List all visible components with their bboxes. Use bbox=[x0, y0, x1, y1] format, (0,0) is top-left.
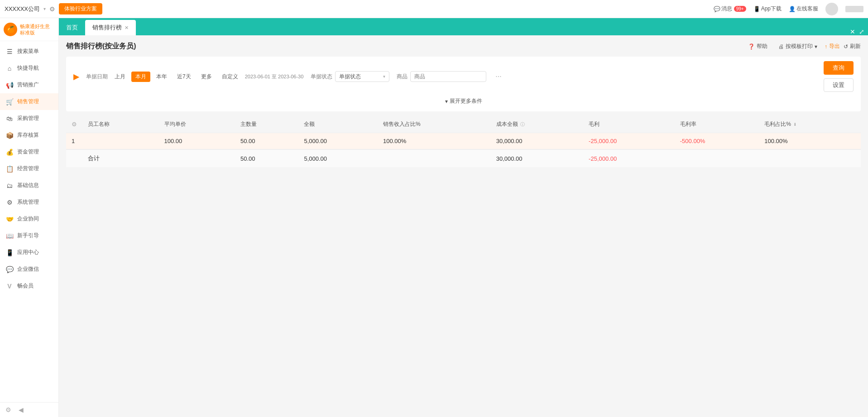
logo-text: 畅康通好生意 标准版 bbox=[20, 23, 50, 36]
footer-qty: 50.00 bbox=[235, 149, 298, 168]
content-area: 首页 销售排行榜 ✕ ✕ ⤢ 销售排行榜(按业务员) bbox=[59, 18, 868, 417]
th-profit-rate-label: 毛利率 bbox=[680, 121, 696, 127]
goods-input[interactable] bbox=[410, 71, 486, 82]
page-actions: ❓ 帮助 🖨 按模板打印 ▾ ↑ 导出 ↺ bbox=[744, 41, 861, 52]
expand-more-btn[interactable]: ▾ 展开更多条件 bbox=[440, 96, 488, 107]
sidebar-item-sales[interactable]: 🛒 销售管理 bbox=[0, 93, 58, 110]
date-btn-more[interactable]: 更多 bbox=[197, 72, 216, 82]
sidebar-item-wechat[interactable]: 💬 企业微信 bbox=[0, 261, 58, 278]
table-header-row: ⚙ 员工名称 平均单价 主数量 bbox=[66, 116, 861, 133]
sidebar-item-capital[interactable]: 💰 资金管理 bbox=[0, 144, 58, 160]
tab-expand-icon[interactable]: ⤢ bbox=[859, 28, 864, 35]
cell-profit-rate: -500.00% bbox=[675, 133, 759, 150]
cell-profit-pct: 100.00% bbox=[759, 133, 861, 150]
footer-profit: -25,000.00 bbox=[583, 149, 675, 168]
sidebar-collapse-icon[interactable]: ◀ bbox=[19, 406, 24, 413]
column-settings-icon[interactable]: ⚙ bbox=[72, 121, 77, 128]
tab-sales-rank[interactable]: 销售排行榜 ✕ bbox=[85, 20, 136, 35]
sidebar-label-system: 系统管理 bbox=[17, 198, 39, 206]
th-avg-price-label: 平均单价 bbox=[164, 121, 186, 127]
refresh-btn[interactable]: ↺ 刷新 bbox=[844, 43, 861, 50]
sidebar-item-app-center[interactable]: 📱 应用中心 bbox=[0, 244, 58, 261]
sidebar-item-operation[interactable]: 📋 经营管理 bbox=[0, 160, 58, 177]
footer-amount: 5,000.00 bbox=[298, 149, 378, 168]
page-header: 销售排行榜(按业务员) ❓ 帮助 🖨 按模板打印 ▾ ↑ bbox=[66, 41, 861, 52]
date-btn-this-year[interactable]: 本年 bbox=[152, 72, 171, 82]
print-btn[interactable]: 🖨 按模板打印 ▾ bbox=[775, 41, 821, 52]
footer-cost: 30,000.00 bbox=[491, 149, 583, 168]
tab-minimize-icon[interactable]: ✕ bbox=[850, 28, 855, 35]
more-filters-btn[interactable]: ··· bbox=[494, 72, 503, 81]
status-select[interactable]: 单据状态 bbox=[335, 71, 389, 82]
sidebar-settings-icon[interactable]: ⚙ bbox=[5, 406, 11, 413]
cell-amount: 5,000.00 bbox=[298, 133, 378, 150]
sidebar-label-capital: 资金管理 bbox=[17, 148, 39, 156]
member-icon: V bbox=[5, 283, 14, 290]
settings-btn[interactable]: 设置 bbox=[824, 78, 854, 92]
profit-pct-sort-icon[interactable]: ⬇ bbox=[793, 122, 797, 127]
top-bar-left: XXXXXX公司 ▾ ⚙ 体验行业方案 bbox=[5, 3, 102, 14]
query-btn[interactable]: 查询 bbox=[824, 61, 854, 75]
sidebar-item-member[interactable]: V 畅会员 bbox=[0, 278, 58, 294]
search-order-icon: ☰ bbox=[5, 48, 14, 55]
date-btn-last-month[interactable]: 上月 bbox=[110, 72, 129, 82]
export-label: 导出 bbox=[829, 43, 840, 50]
help-btn[interactable]: ❓ 帮助 bbox=[744, 41, 771, 52]
sidebar-label-marketing: 营销推广 bbox=[17, 81, 39, 89]
footer-label: 合计 bbox=[82, 149, 159, 168]
avatar bbox=[825, 3, 838, 15]
message-btn[interactable]: 💬 消息 99+ bbox=[714, 5, 746, 13]
message-icon: 💬 bbox=[714, 6, 720, 12]
sidebar-item-guide[interactable]: 📖 新手引导 bbox=[0, 227, 58, 244]
sidebar-item-search-order[interactable]: ☰ 搜索菜单 bbox=[0, 43, 58, 60]
th-cost-label: 成本全额 bbox=[496, 121, 518, 127]
online-service-btn[interactable]: 👤 在线客服 bbox=[789, 5, 818, 13]
help-label: 帮助 bbox=[757, 43, 767, 50]
message-label: 消息 bbox=[721, 5, 732, 13]
date-btn-7days[interactable]: 近7天 bbox=[173, 72, 195, 82]
sidebar-item-enterprise[interactable]: 🤝 企业协同 bbox=[0, 211, 58, 227]
tab-home[interactable]: 首页 bbox=[59, 20, 85, 35]
app-download-btn[interactable]: 📱 App下载 bbox=[753, 5, 782, 13]
sidebar-item-marketing[interactable]: 📢 营销推广 bbox=[0, 77, 58, 93]
date-btn-custom[interactable]: 自定义 bbox=[218, 72, 242, 82]
filter-collapse-icon[interactable]: ▶ bbox=[73, 72, 79, 81]
th-profit: 毛利 bbox=[583, 116, 675, 133]
top-bar-right: 💬 消息 99+ 📱 App下载 👤 在线客服 bbox=[714, 3, 863, 15]
system-icon: ⚙ bbox=[5, 199, 14, 206]
tab-close-icon[interactable]: ✕ bbox=[125, 25, 129, 31]
footer-sales-pct bbox=[378, 149, 491, 168]
sidebar-item-basic[interactable]: 🗂 基础信息 bbox=[0, 177, 58, 194]
date-toggle: 上月 本月 本年 近7天 更多 自定义 bbox=[110, 72, 242, 82]
gear-icon[interactable]: ⚙ bbox=[49, 5, 55, 13]
goods-filter-label: 商品 bbox=[397, 73, 408, 81]
expand-icon: ▾ bbox=[445, 98, 448, 105]
export-btn[interactable]: ↑ 导出 bbox=[825, 43, 840, 50]
sidebar-item-quick-nav[interactable]: ⌂ 快捷导航 bbox=[0, 60, 58, 77]
status-select-wrapper: 单据状态 bbox=[335, 71, 389, 82]
service-label: 在线客服 bbox=[796, 5, 818, 13]
chevron-down-icon[interactable]: ▾ bbox=[43, 6, 46, 11]
sidebar-item-system[interactable]: ⚙ 系统管理 bbox=[0, 194, 58, 211]
capital-icon: 💰 bbox=[5, 149, 14, 156]
app-label: App下载 bbox=[761, 5, 782, 13]
sidebar-item-inventory[interactable]: 📦 库存核算 bbox=[0, 127, 58, 144]
th-qty: 主数量 bbox=[235, 116, 298, 133]
top-bar: XXXXXX公司 ▾ ⚙ 体验行业方案 💬 消息 99+ 📱 App下载 👤 在… bbox=[0, 0, 868, 18]
sidebar-label-enterprise: 企业协同 bbox=[17, 215, 39, 223]
sidebar-label-inventory: 库存核算 bbox=[17, 131, 39, 139]
expand-label: 展开更多条件 bbox=[450, 97, 482, 105]
date-btn-this-month[interactable]: 本月 bbox=[131, 72, 150, 82]
tab-bar: 首页 销售排行榜 ✕ ✕ ⤢ bbox=[59, 18, 868, 35]
footer-row: 合计 50.00 5,000.00 30,000.00 -25,000.00 bbox=[66, 149, 861, 168]
sidebar-label-operation: 经营管理 bbox=[17, 165, 39, 173]
sidebar-label-search-order: 搜索菜单 bbox=[17, 48, 39, 55]
service-icon: 👤 bbox=[789, 6, 796, 12]
filter-bar: ▶ 单据日期 上月 本月 本年 近7天 更多 自定义 bbox=[66, 57, 861, 111]
help-icon: ❓ bbox=[748, 43, 755, 50]
status-filter: 单据状态 单据状态 bbox=[311, 71, 389, 82]
th-qty-label: 主数量 bbox=[240, 121, 257, 127]
cost-info-icon[interactable]: ⓘ bbox=[520, 122, 525, 127]
trial-btn[interactable]: 体验行业方案 bbox=[59, 3, 102, 14]
sidebar-item-purchase[interactable]: 🛍 采购管理 bbox=[0, 110, 58, 127]
